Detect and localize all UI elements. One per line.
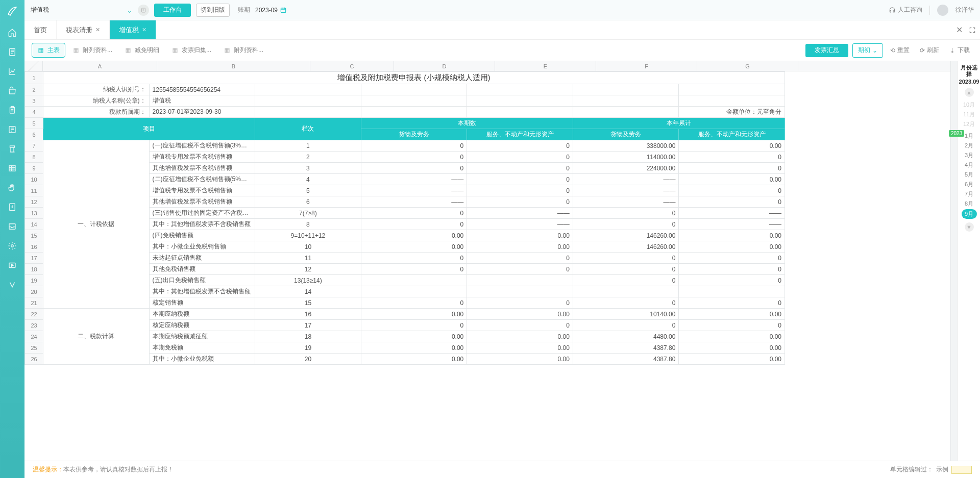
cell[interactable]: 其中：小微企业免税额	[149, 354, 255, 365]
cell[interactable]: 0	[361, 163, 467, 174]
row-header[interactable]: 25	[25, 342, 43, 354]
row-header[interactable]: 4	[25, 107, 43, 118]
cell[interactable]: 0.00	[679, 342, 785, 354]
cell[interactable]: 其他免税销售额	[149, 264, 255, 275]
row-header[interactable]: 5	[25, 118, 43, 129]
cell[interactable]: 14	[255, 286, 361, 297]
row-header[interactable]: 18	[25, 264, 43, 275]
cell[interactable]: 0.00	[467, 241, 573, 253]
cell[interactable]: 金额单位：元至角分	[679, 107, 785, 118]
cell[interactable]: 0.00	[679, 174, 785, 185]
cell[interactable]: 其中：其他增值税发票不含税销售额	[149, 219, 255, 230]
cell[interactable]: 0.00	[679, 140, 785, 152]
fullscreen-icon[interactable]	[969, 27, 976, 34]
month-item[interactable]: 7月	[958, 189, 980, 199]
cell[interactable]: 0	[679, 196, 785, 208]
cell[interactable]: (一)应征增值税不含税销售额(3%征收率)	[149, 140, 255, 152]
nav-doc-icon[interactable]	[7, 47, 17, 57]
cell[interactable]: ——	[361, 185, 467, 196]
cell[interactable]: 0.00	[361, 241, 467, 253]
row-header[interactable]: 20	[25, 286, 43, 297]
cell[interactable]: 0	[361, 253, 467, 264]
col-header-C[interactable]: C	[310, 61, 394, 71]
cell[interactable]	[573, 107, 679, 118]
row-header[interactable]: 6	[25, 129, 43, 140]
nav-chart-icon[interactable]	[7, 66, 17, 77]
cell[interactable]: ——	[361, 174, 467, 185]
cell[interactable]: 0.00	[679, 331, 785, 342]
cell[interactable]: 0	[679, 152, 785, 163]
cell[interactable]: 0	[467, 174, 573, 185]
col-header-D[interactable]: D	[394, 61, 495, 71]
cell[interactable]	[255, 107, 361, 118]
cell[interactable]: 一、计税依据	[43, 140, 150, 309]
cell[interactable]: ——	[573, 174, 679, 185]
tab-增值税[interactable]: 增值税✕	[110, 20, 156, 39]
cell[interactable]: 其中：小微企业免税销售额	[149, 241, 255, 253]
nav-bag-icon[interactable]	[7, 86, 17, 96]
nav-tax-icon[interactable]	[7, 144, 17, 154]
cell[interactable]: 18	[255, 331, 361, 342]
nav-settings-icon[interactable]	[7, 241, 17, 251]
cell[interactable]: ——	[573, 185, 679, 196]
row-header[interactable]: 21	[25, 297, 43, 309]
cell[interactable]: 0	[361, 320, 467, 331]
cell[interactable]: 本期应纳税额减征额	[149, 331, 255, 342]
row-header[interactable]: 11	[25, 185, 43, 196]
cell[interactable]: 0	[467, 152, 573, 163]
cell[interactable]: 11	[255, 253, 361, 264]
cell[interactable]: 0.00	[361, 331, 467, 342]
cell[interactable]: (四)免税销售额	[149, 230, 255, 241]
cell[interactable]: 其中：其他增值税发票不含税销售额	[149, 286, 255, 297]
cell[interactable]: 0	[467, 196, 573, 208]
month-item[interactable]: 2月	[958, 141, 980, 150]
cell[interactable]: 0	[679, 264, 785, 275]
col-header-A[interactable]: A	[43, 61, 157, 71]
cell[interactable]: 服务、不动产和无形资产	[467, 129, 573, 140]
cell[interactable]: 服务、不动产和无形资产	[679, 129, 785, 140]
support-link[interactable]: 人工咨询	[889, 6, 922, 14]
cell[interactable]: 3	[255, 163, 361, 174]
row-header[interactable]: 16	[25, 241, 43, 253]
row-header[interactable]: 8	[25, 152, 43, 163]
cell[interactable]: 0	[573, 297, 679, 309]
cell[interactable]	[255, 95, 361, 107]
row-header[interactable]: 19	[25, 275, 43, 286]
cell[interactable]: 10	[255, 241, 361, 253]
cell[interactable]	[255, 84, 361, 95]
note-icon-button[interactable]	[138, 5, 149, 16]
cell[interactable]	[467, 84, 573, 95]
cell[interactable]	[361, 275, 467, 286]
row-header[interactable]: 3	[25, 95, 43, 107]
nav-clipboard-icon[interactable]	[7, 105, 17, 115]
period-picker[interactable]: 2023-09	[255, 7, 287, 14]
invoice-summary-button[interactable]: 发票汇总	[805, 44, 848, 57]
scrollbar-vertical[interactable]	[950, 61, 958, 461]
cell[interactable]: 0	[679, 320, 785, 331]
nav-table-icon[interactable]	[7, 163, 17, 173]
close-icon[interactable]: ✕	[95, 27, 100, 33]
cell[interactable]	[679, 84, 785, 95]
cell[interactable]: 0	[573, 320, 679, 331]
row-header[interactable]: 14	[25, 219, 43, 230]
month-prev-button[interactable]: ▲	[965, 88, 974, 97]
cell[interactable]: 本期数	[361, 118, 573, 129]
cell[interactable]: 19	[255, 342, 361, 354]
cell[interactable]: ——	[467, 219, 573, 230]
cell[interactable]: 0	[361, 140, 467, 152]
cell[interactable]	[361, 286, 467, 297]
cell[interactable]: 0	[573, 208, 679, 219]
cell[interactable]: 0.00	[679, 241, 785, 253]
cell[interactable]: 0.00	[361, 342, 467, 354]
cell[interactable]: 0	[573, 275, 679, 286]
month-item[interactable]: 10月	[963, 100, 975, 110]
row-header[interactable]: 7	[25, 140, 43, 152]
cell[interactable]: 0	[467, 140, 573, 152]
cell[interactable]: 0	[467, 185, 573, 196]
cell[interactable]: 9=10+11+12	[255, 230, 361, 241]
cell[interactable]: 146260.00	[573, 241, 679, 253]
cell[interactable]: 货物及劳务	[361, 129, 467, 140]
row-header[interactable]: 15	[25, 230, 43, 241]
cell[interactable]: ——	[467, 208, 573, 219]
cell[interactable]: 0.00	[467, 342, 573, 354]
